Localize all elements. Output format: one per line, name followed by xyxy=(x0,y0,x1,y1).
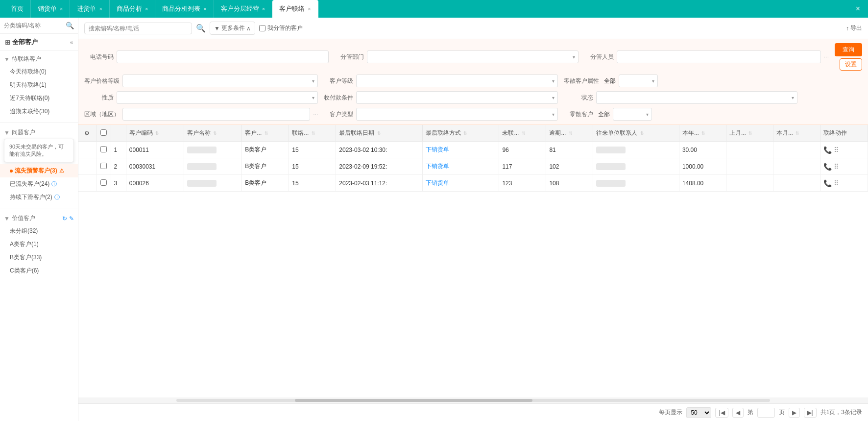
sidebar-group-problem-title[interactable]: ▼ 问题客户 xyxy=(0,126,78,139)
sidebar-group-value-title[interactable]: ▼ 价值客户 ↻ ✎ xyxy=(0,212,78,224)
current-page-input[interactable]: 1 xyxy=(757,408,775,418)
scrollbar-thumb[interactable] xyxy=(295,399,532,402)
col-last-month[interactable]: 上月... ⇅ xyxy=(726,125,773,142)
per-page-select[interactable]: 50 20 100 xyxy=(686,407,711,418)
row1-last-contact-type[interactable]: 下销货单 xyxy=(422,142,499,158)
tab-customer-segment-close[interactable]: × xyxy=(262,6,265,12)
tab-analysis-list-close[interactable]: × xyxy=(203,6,206,12)
refresh-icon[interactable]: ↻ xyxy=(62,215,67,222)
filter-dept-select[interactable]: ▾ xyxy=(367,50,579,63)
row3-contact-type-link[interactable]: 下销货单 xyxy=(426,179,449,186)
col-last-contact-date[interactable]: 最后联络日期 ⇅ xyxy=(336,125,423,142)
row3-select-checkbox[interactable] xyxy=(100,179,107,186)
more-dots-icon[interactable]: ··· xyxy=(824,53,829,60)
col-last-contact-type[interactable]: 最后联络方式 ⇅ xyxy=(422,125,499,142)
region-more-dots-icon[interactable]: ··· xyxy=(313,111,318,118)
row3-phone-icon[interactable]: 📞 xyxy=(823,179,832,187)
tab-customer-contact-close[interactable]: × xyxy=(308,6,311,12)
row2-more-icon[interactable]: ⠿ xyxy=(834,163,839,171)
filter-retail-attr-select[interactable]: ▾ xyxy=(619,74,658,87)
query-button[interactable]: 查询 xyxy=(835,43,862,56)
sidebar-all-customers[interactable]: ⊞ 全部客户 « xyxy=(0,34,78,51)
sidebar-item-overdue[interactable]: 逾期未联络(30) xyxy=(0,105,78,118)
tab-customer-segment[interactable]: 客户分层经营 × xyxy=(214,0,272,18)
col-settings[interactable]: ⚙ xyxy=(78,125,96,142)
col-name[interactable]: 客户名称 ⇅ xyxy=(184,125,242,142)
filter-region-input[interactable] xyxy=(122,108,310,121)
row1-phone-icon[interactable]: 📞 xyxy=(823,146,832,154)
search-input[interactable] xyxy=(84,23,192,34)
row3-more-icon[interactable]: ⠿ xyxy=(834,179,839,187)
row2-select-checkbox[interactable] xyxy=(100,163,107,169)
col-overdue[interactable]: 逾期... ⇅ xyxy=(546,125,593,142)
row2-phone-icon[interactable]: 📞 xyxy=(823,163,832,171)
first-page-button[interactable]: |◀ xyxy=(715,408,728,418)
last-page-button[interactable]: ▶| xyxy=(804,408,817,418)
sidebar-item-downtrend[interactable]: 持续下滑客户(2) ⓘ xyxy=(0,191,78,204)
my-customers-checkbox-area[interactable]: 我分管的客户 xyxy=(259,24,303,32)
col-not-contact[interactable]: 未联... ⇅ xyxy=(499,125,546,142)
row3-unit-contact xyxy=(593,175,679,192)
sidebar-item-lost-warning[interactable]: 流失预警客户(3) ⚠ xyxy=(0,164,78,177)
filter-manager-input[interactable] xyxy=(617,50,821,63)
row1-checkbox[interactable] xyxy=(96,142,111,158)
col-this-month[interactable]: 本月... ⇅ xyxy=(773,125,820,142)
col-code[interactable]: 客户编码 ⇅ xyxy=(126,125,184,142)
my-customers-checkbox[interactable] xyxy=(259,25,265,31)
prev-page-button[interactable]: ◀ xyxy=(732,408,744,418)
row3-last-month xyxy=(726,175,773,192)
filter-customer-grade-select[interactable]: ▾ xyxy=(356,74,557,87)
tab-customer-contact[interactable]: 客户联络 × xyxy=(272,0,318,18)
settings-button[interactable]: 设置 xyxy=(840,58,862,71)
window-close-button[interactable]: × xyxy=(852,4,864,13)
filter-phone-input[interactable] xyxy=(117,50,329,63)
tab-analysis-list[interactable]: 商品分析列表 × xyxy=(155,0,214,18)
col-checkbox-all[interactable] xyxy=(96,125,111,142)
filter-customer-type-select[interactable]: ▾ xyxy=(356,108,557,121)
collapse-sidebar-btn[interactable]: « xyxy=(70,39,73,45)
tab-purchase-close[interactable]: × xyxy=(99,6,102,12)
sidebar-item-class-c[interactable]: C类客户(6) xyxy=(0,264,78,277)
col-this-year[interactable]: 本年... ⇅ xyxy=(679,125,726,142)
tab-purchase[interactable]: 进货单 × xyxy=(70,0,109,18)
row3-checkbox[interactable] xyxy=(96,175,111,192)
search-button[interactable]: 🔍 xyxy=(196,24,206,33)
sidebar-item-tomorrow[interactable]: 明天待联络(1) xyxy=(0,78,78,92)
next-page-button[interactable]: ▶ xyxy=(789,408,800,418)
export-button[interactable]: ↑ 导出 xyxy=(846,24,862,32)
filter-dept-field: 分管部门 ▾ xyxy=(335,43,579,71)
row1-more-icon[interactable]: ⠿ xyxy=(834,146,839,154)
tab-analysis-close[interactable]: × xyxy=(145,6,148,12)
select-all-checkbox[interactable] xyxy=(100,129,107,136)
row2-checkbox[interactable] xyxy=(96,158,111,175)
sidebar-item-lost[interactable]: 已流失客户(24) ⓘ xyxy=(0,177,78,191)
filter-price-grade-select[interactable]: ▾ xyxy=(122,74,318,87)
tab-analysis[interactable]: 商品分析 × xyxy=(110,0,155,18)
row2-last-contact-type[interactable]: 下销货单 xyxy=(422,158,499,175)
filter-payment-select[interactable]: ▾ xyxy=(356,91,557,104)
scrollbar-track xyxy=(176,399,770,402)
row2-contact-type-link[interactable]: 下销货单 xyxy=(426,163,449,170)
sidebar-item-class-b[interactable]: B类客户(33) xyxy=(0,251,78,264)
tab-sales-close[interactable]: × xyxy=(60,6,63,12)
sidebar-item-today[interactable]: 今天待联络(0) xyxy=(0,65,78,78)
col-contact[interactable]: 联络... ⇅ xyxy=(289,125,336,142)
sidebar-search-input[interactable] xyxy=(4,22,66,29)
horizontal-scrollbar[interactable] xyxy=(78,397,868,403)
row1-contact-type-link[interactable]: 下销货单 xyxy=(426,146,449,153)
edit-icon[interactable]: ✎ xyxy=(69,215,74,222)
row3-last-contact-type[interactable]: 下销货单 xyxy=(422,175,499,192)
sidebar-item-class-a[interactable]: A类客户(1) xyxy=(0,238,78,251)
filter-status-select[interactable]: ▾ xyxy=(596,91,797,104)
more-conditions-button[interactable]: ▼ 更多条件 ∧ xyxy=(210,22,255,35)
tab-home[interactable]: 首页 xyxy=(4,0,31,18)
filter-nature-select[interactable]: ▾ xyxy=(117,91,318,104)
sidebar-item-unclassified[interactable]: 未分组(32) xyxy=(0,224,78,238)
row1-select-checkbox[interactable] xyxy=(100,146,107,152)
sidebar-group-pending-title[interactable]: ▼ 待联络客户 xyxy=(0,53,78,65)
filter-retail-customer-select[interactable]: ▾ xyxy=(613,108,652,121)
sidebar-item-week[interactable]: 近7天待联络(0) xyxy=(0,92,78,105)
col-unit-contact[interactable]: 往来单位联系人 ⇅ xyxy=(593,125,679,142)
tab-sales[interactable]: 销货单 × xyxy=(31,0,70,18)
col-type[interactable]: 客户... ⇅ xyxy=(242,125,289,142)
